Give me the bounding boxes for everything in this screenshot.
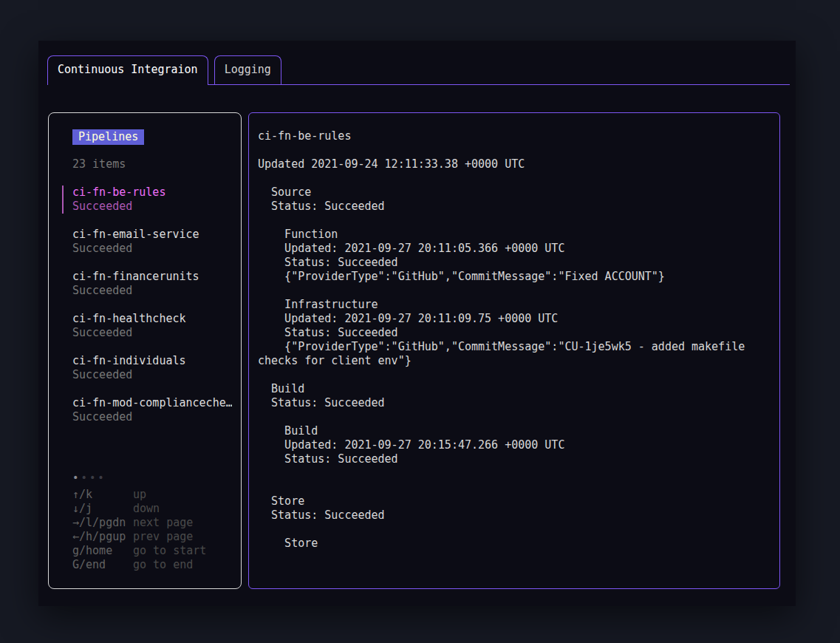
pipeline-status: Succeeded [72, 242, 232, 256]
help-row: ↑/kup [72, 488, 232, 502]
help-keys: →/l/pgdn [72, 516, 133, 530]
help-keys: g/home [72, 544, 133, 558]
pipeline-status: Succeeded [72, 410, 232, 424]
help-keys: ←/h/pgup [72, 530, 133, 544]
keyboard-help: ↑/kup ↓/jdown →/l/pgdnnext page ←/h/pgup… [72, 488, 232, 572]
list-title: Pipelines [72, 129, 144, 145]
page-dot: • [89, 472, 98, 483]
tab-label: Continuous Integraion [58, 63, 198, 76]
help-desc: up [133, 488, 146, 501]
pipeline-name: ci-fn-healthcheck [72, 312, 232, 326]
help-keys: ↓/j [72, 502, 133, 516]
help-desc: go to end [133, 558, 193, 571]
help-keys: G/end [72, 558, 133, 572]
list-count: 23 items [72, 157, 232, 171]
pipeline-name: ci-fn-email-service [72, 228, 232, 242]
pipeline-name: ci-fn-financerunits [72, 270, 232, 284]
tab-label: Logging [225, 63, 271, 76]
pipeline-status: Succeeded [72, 284, 232, 298]
pipeline-status: Succeeded [72, 326, 232, 340]
pipeline-name: ci-fn-individuals [72, 354, 232, 368]
help-row: ←/h/pgupprev page [72, 530, 232, 544]
pipeline-list-item[interactable]: ci-fn-be-rules Succeeded [62, 186, 232, 214]
pipeline-name: ci-fn-be-rules [72, 186, 232, 200]
tab-logging[interactable]: Logging [214, 55, 281, 84]
pipeline-list-item[interactable]: ci-fn-healthcheck Succeeded [62, 312, 232, 340]
page-dot: • [98, 472, 106, 483]
help-desc: prev page [133, 530, 193, 543]
pipeline-list-item[interactable]: ci-fn-email-service Succeeded [62, 228, 232, 256]
help-row: G/endgo to end [72, 558, 232, 572]
pipeline-name: ci-fn-mod-complianceche… [72, 396, 232, 410]
pipeline-list: ci-fn-be-rules Succeeded ci-fn-email-ser… [72, 186, 232, 438]
terminal-window: Continuous IntegraionLogging Pipelines 2… [38, 41, 796, 606]
tab-continuous-integraion[interactable]: Continuous Integraion [47, 55, 208, 84]
pipeline-status: Succeeded [72, 368, 232, 382]
help-row: g/homego to start [72, 544, 232, 558]
help-desc: go to start [133, 544, 206, 557]
help-keys: ↑/k [72, 488, 133, 502]
pipeline-list-item[interactable]: ci-fn-mod-complianceche… Succeeded [62, 396, 232, 424]
detail-panel: ci-fn-be-rules Updated 2021-09-24 12:11:… [248, 112, 780, 589]
page-dot: • [81, 472, 89, 483]
pipeline-list-item[interactable]: ci-fn-financerunits Succeeded [62, 270, 232, 298]
page-dot: • [72, 472, 81, 483]
pipeline-status: Succeeded [72, 200, 232, 214]
help-row: ↓/jdown [72, 502, 232, 516]
detail-content: ci-fn-be-rules Updated 2021-09-24 12:11:… [258, 129, 772, 551]
pipeline-list-item[interactable]: ci-fn-individuals Succeeded [62, 354, 232, 382]
help-desc: next page [133, 516, 193, 529]
help-desc: down [133, 502, 160, 515]
desktop-background: { "app": { "tabs": [ { "label": "Continu… [0, 0, 840, 643]
tab-bar: Continuous IntegraionLogging [47, 55, 790, 85]
help-row: →/l/pgdnnext page [72, 516, 232, 530]
pipelines-panel: Pipelines 23 items ci-fn-be-rules Succee… [48, 112, 242, 589]
pagination-dots: •••• [72, 471, 232, 485]
